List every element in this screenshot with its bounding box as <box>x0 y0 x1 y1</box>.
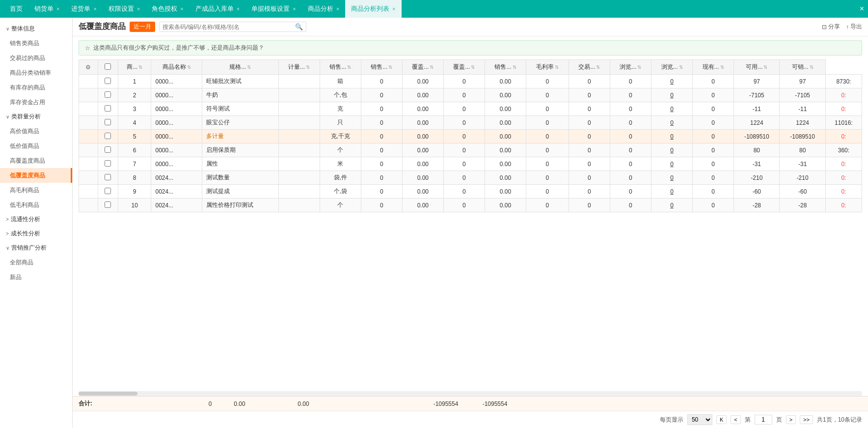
close-permission-settings[interactable]: × <box>137 6 140 12</box>
cell-browse1-6[interactable]: 0 <box>651 157 693 171</box>
sidebar-item-sales-goods[interactable]: 销售类商品 <box>0 36 72 51</box>
browse1-link-7[interactable]: 0 <box>670 174 674 181</box>
col-sellable[interactable]: 可销...⇅ <box>780 60 825 75</box>
scrollbar-thumb[interactable] <box>79 392 137 396</box>
browse1-link-3[interactable]: 0 <box>670 119 674 126</box>
time-filter-button[interactable]: 近一月 <box>130 22 155 32</box>
sidebar-item-capital-occupy[interactable]: 库存资金占用 <box>0 95 72 110</box>
col-sales-count[interactable]: 销售...⇅ <box>320 60 361 75</box>
cell-name-8[interactable]: 测试提成 <box>202 185 278 199</box>
browse1-link-6[interactable]: 0 <box>670 161 674 168</box>
cell-checkbox-8[interactable] <box>98 185 118 199</box>
cell-checkbox-6[interactable] <box>98 157 118 171</box>
row-checkbox-7[interactable] <box>105 174 111 180</box>
browse1-link-9[interactable]: 0 <box>670 202 674 209</box>
cell-checkbox-4[interactable] <box>98 130 118 143</box>
close-role-auth[interactable]: × <box>180 6 183 12</box>
nav-permission-settings[interactable]: 权限设置 × <box>103 0 146 18</box>
col-browse2[interactable]: 浏览...⇅ <box>651 60 693 75</box>
col-gross-rate[interactable]: 毛利率⇅ <box>526 60 569 75</box>
browse1-link-8[interactable]: 0 <box>670 188 674 195</box>
col-cov2[interactable]: 覆盖...⇅ <box>443 60 485 75</box>
sidebar-item-low-coverage[interactable]: 低覆盖度商品 <box>0 168 72 183</box>
nav-home[interactable]: 首页 <box>4 0 28 18</box>
prev-page-button[interactable]: < <box>731 415 740 424</box>
sidebar-section-overall[interactable]: ∨ 整体信息 <box>0 22 72 36</box>
cell-name-0[interactable]: 旺辅批次测试 <box>202 75 278 88</box>
first-page-button[interactable]: K <box>716 415 727 424</box>
search-icon[interactable]: 🔍 <box>295 23 303 30</box>
cell-browse1-0[interactable]: 0 <box>651 75 693 88</box>
cell-browse1-3[interactable]: 0 <box>651 116 693 130</box>
cell-browse1-8[interactable]: 0 <box>651 185 693 199</box>
row-checkbox-8[interactable] <box>105 188 111 194</box>
nav-role-auth[interactable]: 角色授权 × <box>146 0 189 18</box>
sidebar-section-growth[interactable]: > 成长性分析 <box>0 227 72 241</box>
sidebar-section-group-analysis[interactable]: ∨ 类群量分析 <box>0 110 72 124</box>
sidebar-item-traded-goods[interactable]: 交易过的商品 <box>0 51 72 65</box>
sidebar-item-high-coverage[interactable]: 高覆盖度商品 <box>0 153 72 168</box>
cell-name-2[interactable]: 符号测试 <box>202 102 278 116</box>
close-finished-goods[interactable]: × <box>237 6 240 12</box>
col-code[interactable]: 商...⇅ <box>118 60 151 75</box>
cell-name-6[interactable]: 属性 <box>202 157 278 171</box>
page-input[interactable] <box>755 415 772 425</box>
cell-checkbox-9[interactable] <box>98 199 118 212</box>
sidebar-item-low-value[interactable]: 低价值商品 <box>0 139 72 153</box>
row-checkbox-9[interactable] <box>105 201 111 208</box>
sidebar-section-marketing[interactable]: ∨ 营销推广分析 <box>0 241 72 255</box>
cell-name-4[interactable]: 多计量 <box>202 130 278 143</box>
last-page-button[interactable]: >> <box>800 415 813 424</box>
row-checkbox-0[interactable] <box>105 78 111 84</box>
select-all-checkbox[interactable] <box>105 63 111 70</box>
nav-purchase-order[interactable]: 进货单 × <box>65 0 102 18</box>
cell-browse1-7[interactable]: 0 <box>651 171 693 185</box>
cell-checkbox-2[interactable] <box>98 102 118 116</box>
cell-name-3[interactable]: 眼宝公仔 <box>202 116 278 130</box>
browse1-link-5[interactable]: 0 <box>670 147 674 154</box>
horizontal-scrollbar[interactable] <box>79 391 862 396</box>
row-checkbox-2[interactable] <box>105 105 111 112</box>
nav-product-analysis[interactable]: 商品分析 × <box>302 0 345 18</box>
col-name[interactable]: 商品名称⇅ <box>151 60 202 75</box>
cell-checkbox-1[interactable] <box>98 88 118 102</box>
cell-checkbox-5[interactable] <box>98 143 118 157</box>
close-all-tabs[interactable]: × <box>860 4 864 13</box>
cell-checkbox-7[interactable] <box>98 171 118 185</box>
close-product-analysis-list[interactable]: × <box>392 6 395 12</box>
col-trade[interactable]: 交易...⇅ <box>569 60 610 75</box>
close-sales-order[interactable]: × <box>56 6 59 12</box>
col-unit[interactable]: 计量...⇅ <box>278 60 320 75</box>
nav-sales-order[interactable]: 销货单 × <box>28 0 65 18</box>
col-available[interactable]: 可用...⇅ <box>734 60 780 75</box>
cell-name-5[interactable]: 启用保质期 <box>202 143 278 157</box>
row-checkbox-3[interactable] <box>105 119 111 125</box>
sidebar-item-high-margin[interactable]: 高毛利商品 <box>0 183 72 198</box>
col-settings[interactable]: ⚙ <box>79 60 98 75</box>
sidebar-item-category-rate[interactable]: 商品分类动销率 <box>0 65 72 80</box>
cell-checkbox-3[interactable] <box>98 116 118 130</box>
close-voucher-template[interactable]: × <box>293 6 296 12</box>
col-browse1[interactable]: 浏览...⇅ <box>610 60 651 75</box>
sidebar-item-all-goods[interactable]: 全部商品 <box>0 255 72 270</box>
sidebar-item-new-goods[interactable]: 新品 <box>0 270 72 285</box>
sidebar-item-in-stock[interactable]: 有库存的商品 <box>0 80 72 95</box>
nav-finished-goods[interactable]: 产成品入库单 × <box>190 0 245 18</box>
gear-icon[interactable]: ⚙ <box>85 64 91 71</box>
close-purchase-order[interactable]: × <box>93 6 96 12</box>
row-checkbox-1[interactable] <box>105 91 111 98</box>
cell-name-7[interactable]: 测试数量 <box>202 171 278 185</box>
cell-name-1[interactable]: 牛奶 <box>202 88 278 102</box>
browse1-link-1[interactable]: 0 <box>670 92 674 99</box>
nav-voucher-template[interactable]: 单据模板设置 × <box>245 0 301 18</box>
cell-browse1-5[interactable]: 0 <box>651 143 693 157</box>
search-input[interactable] <box>163 24 295 30</box>
col-spec[interactable]: 规格...⇅ <box>202 60 278 75</box>
per-page-select[interactable]: 50 100 200 <box>687 414 712 425</box>
browse1-link-0[interactable]: 0 <box>670 78 674 85</box>
cell-name-9[interactable]: 属性价格打印测试 <box>202 199 278 212</box>
cell-browse1-2[interactable]: 0 <box>651 102 693 116</box>
col-sales-amount[interactable]: 销售...⇅ <box>361 60 402 75</box>
col-sales-days[interactable]: 销售...⇅ <box>485 60 526 75</box>
cell-browse1-4[interactable]: 0 <box>651 130 693 143</box>
